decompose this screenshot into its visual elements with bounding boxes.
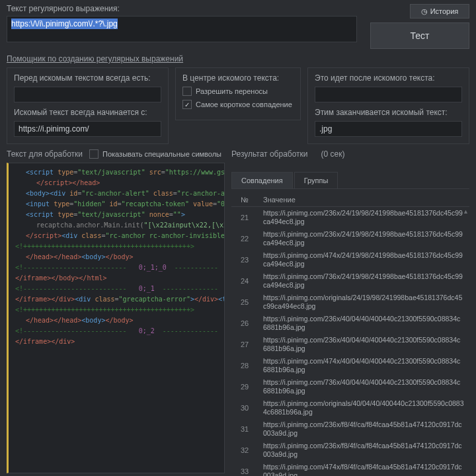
table-row[interactable]: 33https://i.pinimg.com/474x/f8/4f/ca/f84… (231, 461, 469, 476)
show-special-label: Показывать специальные символы (102, 150, 221, 158)
ends-label: Этим заканчивается искомый текст: (315, 108, 462, 117)
code-line: <!++++++++++++++++++++++++++++++++++++++… (11, 305, 221, 315)
process-label: Текст для обработки (7, 149, 83, 159)
table-row[interactable]: 28https://i.pinimg.com/474x/40/04/40/400… (231, 355, 469, 376)
table-row[interactable]: 24https://i.pinimg.com/736x/24/19/98/241… (231, 270, 469, 292)
code-line: </head></head><body></body> (11, 315, 221, 326)
row-value: https://i.pinimg.com/474x/f8/4f/ca/f84fc… (258, 463, 469, 476)
history-button[interactable]: История (410, 4, 469, 19)
row-number: 27 (231, 340, 258, 349)
code-line: <!-------------------------- 0;_1 ------… (11, 284, 221, 294)
code-line: <!-------------------------- 0;_2 ------… (11, 326, 221, 337)
row-value: https://i.pinimg.com/236x/f8/4f/ca/f84fc… (258, 442, 469, 459)
code-line: <!++++++++++++++++++++++++++++++++++++++… (11, 241, 221, 252)
code-line: </head></head><body></body> (11, 252, 221, 262)
table-row[interactable]: 25https://i.pinimg.com/originals/24/19/9… (231, 292, 469, 313)
allow-newlines-label: Разрешить переносы (196, 87, 268, 95)
table-row[interactable]: 31https://i.pinimg.com/236x/f8/4f/ca/f84… (231, 418, 469, 440)
row-number: 28 (231, 362, 258, 370)
regex-input[interactable]: https:\/\/i\.pinimg\.com\/.*?\.jpg (7, 16, 357, 42)
table-row[interactable]: 30https://i.pinimg.com/originals/40/04/4… (231, 397, 469, 418)
table-row[interactable]: 27https://i.pinimg.com/236x/40/04/40/400… (231, 334, 469, 355)
before-label: Перед искомым текстом всегда есть: (14, 73, 161, 83)
before-group: Перед искомым текстом всегда есть: Иском… (7, 67, 169, 144)
results-table[interactable]: ▲ 21https://i.pinimg.com/236x/24/19/98/2… (231, 207, 469, 476)
tab-groups[interactable]: Группы (294, 172, 338, 188)
code-line: <!-------------------------- 0;_1;_0 ---… (11, 262, 221, 273)
shortest-match-checkbox[interactable]: Самое короткое совпадение (182, 100, 294, 109)
row-number: 23 (231, 256, 258, 264)
row-number: 25 (231, 298, 258, 307)
after-group: Это идет после искомого текста: Этим зак… (307, 67, 469, 144)
row-number: 31 (231, 425, 258, 434)
center-label: В центре искомого текста: (182, 73, 294, 83)
tab-matches[interactable]: Совпадения (231, 172, 293, 188)
helper-title: Помощник по созданию регулярных выражени… (7, 54, 469, 63)
row-number: 21 (231, 214, 258, 222)
table-row[interactable]: 32https://i.pinimg.com/236x/f8/4f/ca/f84… (231, 440, 469, 461)
regex-label: Текст регулярного выражения: (7, 4, 357, 13)
starts-input[interactable] (14, 121, 161, 137)
code-line: <script type="text/javascript" nonce=""> (11, 210, 221, 220)
row-value: https://i.pinimg.com/736x/40/04/40/40044… (258, 378, 469, 395)
row-number: 30 (231, 404, 258, 413)
row-value: https://i.pinimg.com/474x/24/19/98/24199… (258, 251, 469, 268)
row-value: https://i.pinimg.com/originals/40/04/40/… (258, 399, 469, 416)
clock-icon (421, 7, 428, 16)
row-value: https://i.pinimg.com/236x/f8/4f/ca/f84fc… (258, 420, 469, 438)
row-value: https://i.pinimg.com/236x/40/04/40/40044… (258, 315, 469, 332)
code-line: recaptcha.anchor.Main.init("[\x22ainput\… (11, 220, 221, 231)
allow-newlines-checkbox[interactable]: Разрешить переносы (182, 87, 294, 96)
starts-label: Искомый текст всегда начинается с: (14, 108, 161, 117)
show-special-checkbox[interactable]: Показывать специальные символы (89, 149, 221, 159)
row-number: 24 (231, 277, 258, 286)
table-row[interactable]: 29https://i.pinimg.com/736x/40/04/40/400… (231, 376, 469, 397)
test-label: Тест (411, 30, 430, 41)
code-line: <input type="hidden" id="recaptcha-token… (11, 199, 221, 210)
row-value: https://i.pinimg.com/474x/40/04/40/40044… (258, 357, 469, 374)
code-line: </script></head> (11, 178, 221, 188)
row-value: https://i.pinimg.com/originals/24/19/98/… (258, 294, 469, 311)
row-number: 26 (231, 319, 258, 328)
code-line: <body><div id="rc-anchor-alert" class="r… (11, 188, 221, 199)
table-row[interactable]: 23https://i.pinimg.com/474x/24/19/98/241… (231, 249, 469, 270)
row-number: 33 (231, 467, 258, 476)
result-time: (0 сек) (321, 149, 345, 159)
after-label: Это идет после искомого текста: (315, 73, 462, 83)
code-line: </iframe></body></html> (11, 273, 221, 284)
row-number: 29 (231, 383, 258, 391)
shortest-match-label: Самое короткое совпадение (196, 100, 292, 108)
row-value: https://i.pinimg.com/236x/24/19/98/24199… (258, 230, 469, 247)
code-line: <script type="text/javascript" src="http… (11, 167, 221, 178)
center-group: В центре искомого текста: Разрешить пере… (175, 67, 301, 120)
source-code-area[interactable]: <script type="text/javascript" src="http… (7, 163, 225, 473)
table-row[interactable]: 22https://i.pinimg.com/236x/24/19/98/241… (231, 228, 469, 249)
code-line: </script><div class="rc-anchor rc-anchor… (11, 231, 221, 241)
checkbox-icon (182, 87, 192, 96)
ends-input[interactable] (315, 121, 462, 137)
row-value: https://i.pinimg.com/236x/40/04/40/40044… (258, 336, 469, 353)
result-label: Результат обработки (231, 149, 308, 159)
before-input[interactable] (14, 87, 161, 102)
row-value: https://i.pinimg.com/736x/24/19/98/24199… (258, 272, 469, 290)
code-line: </iframe></div><div class="grecaptcha-er… (11, 294, 221, 305)
table-row[interactable]: 26https://i.pinimg.com/236x/40/04/40/400… (231, 313, 469, 334)
after-input[interactable] (315, 87, 462, 102)
checkbox-icon (182, 100, 192, 109)
history-label: История (430, 7, 459, 15)
regex-value: https:\/\/i\.pinimg\.com\/.*?\.jpg (11, 19, 118, 29)
row-value: https://i.pinimg.com/236x/24/19/98/24199… (258, 209, 469, 226)
checkbox-icon (89, 149, 99, 159)
table-row[interactable]: 21https://i.pinimg.com/236x/24/19/98/241… (231, 207, 469, 228)
test-button[interactable]: Тест (370, 22, 469, 49)
code-line: </iframe></div> (11, 337, 221, 347)
row-number: 22 (231, 235, 258, 243)
scroll-up-icon[interactable]: ▲ (463, 208, 468, 215)
row-number: 32 (231, 446, 258, 455)
table-header: № Значение (231, 193, 469, 207)
col-num-header: № (231, 196, 258, 204)
col-val-header: Значение (258, 196, 460, 204)
